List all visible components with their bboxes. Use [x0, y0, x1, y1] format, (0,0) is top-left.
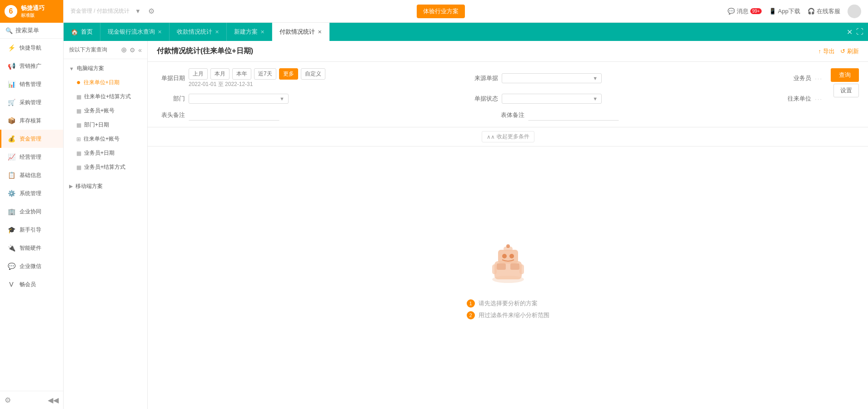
app-download-item[interactable]: 📱 App下载 — [769, 7, 800, 15]
collapse-conditions-button[interactable]: ∧∧ 收起更多条件 — [482, 131, 534, 142]
refresh-button[interactable]: ↺ 刷新 — [840, 47, 859, 56]
status-select[interactable]: ▼ — [502, 94, 602, 104]
date-preset-7days[interactable]: 近7天 — [254, 68, 276, 80]
pc-schemes-header[interactable]: ▼ 电脑端方案 — [64, 62, 147, 75]
sidebar-collapse-icon[interactable]: ◀◀ — [48, 396, 59, 404]
service-icon: 🎧 — [808, 8, 815, 15]
page-header-actions: ↑ 导出 ↺ 刷新 — [818, 47, 859, 56]
search-menu-label: 搜索菜单 — [15, 26, 39, 35]
message-icon: 💬 — [728, 8, 735, 15]
tab-close-all-icon[interactable]: ✕ — [847, 28, 853, 36]
date-preset-custom[interactable]: 自定义 — [301, 68, 325, 80]
sidebar-item-system[interactable]: ⚙️ 系统管理 — [0, 184, 63, 202]
online-service-item[interactable]: 🎧 在线客服 — [808, 7, 840, 15]
scheme-item-partner-date[interactable]: ● 往来单位+日期 — [64, 75, 147, 90]
partner-filter-dots[interactable]: ··· — [815, 96, 823, 102]
panel-collapse-icon[interactable]: « — [138, 46, 142, 54]
sidebar-item-label: 采购管理 — [20, 99, 41, 106]
filter-row-3: 表头备注 表体备注 — [157, 109, 826, 121]
date-range-text: 2022-01-01 至 2022-12-31 — [189, 81, 325, 88]
tab-home[interactable]: 🏠 首页 — [64, 23, 100, 41]
salesman-filter-dots[interactable]: ··· — [815, 75, 823, 82]
partner-filter-control: ··· — [815, 96, 826, 102]
sidebar-item-capital[interactable]: 💰 资金管理 — [0, 130, 63, 148]
scheme-item-partner-account[interactable]: ⊞ 往来单位+账号 — [64, 132, 147, 146]
sidebar-item-base-info[interactable]: 📋 基础信息 — [0, 166, 63, 184]
empty-step-1: 1 请先选择要分析的方案 — [467, 299, 549, 308]
add-scheme-icon[interactable]: ⊕ — [121, 45, 127, 54]
tab-payment-stats-label: 付款情况统计 — [279, 28, 315, 36]
tab-receipt-stats-close[interactable]: ✕ — [215, 29, 219, 35]
tab-payment-stats-close[interactable]: ✕ — [318, 29, 322, 35]
svg-rect-4 — [492, 264, 497, 274]
dept-select[interactable]: ▼ — [189, 94, 289, 104]
scheme-item-salesman-date[interactable]: ▦ 业务员+日期 — [64, 146, 147, 160]
sidebar-item-purchase[interactable]: 🛒 采购管理 — [0, 93, 63, 111]
sidebar-item-sales[interactable]: 📊 销售管理 — [0, 75, 63, 93]
sidebar-item-label: 销售管理 — [20, 81, 41, 88]
tab-cash-flow[interactable]: 现金银行流水查询 ✕ — [100, 23, 170, 41]
source-select[interactable]: ▼ — [502, 73, 602, 83]
date-preset-this-month[interactable]: 本月 — [210, 68, 229, 80]
scheme-item-dept-date[interactable]: ▦ 部门+日期 — [64, 118, 147, 132]
sidebar-item-guide[interactable]: 🎓 新手引导 — [0, 221, 63, 239]
svg-rect-2 — [497, 263, 506, 270]
sidebar-item-marketing[interactable]: 📢 营销推广 — [0, 57, 63, 75]
mobile-schemes-header[interactable]: ▶ 移动端方案 — [64, 180, 147, 193]
status-filter-label: 单据状态 — [470, 95, 502, 103]
scheme-chart-icon: ⊞ — [76, 136, 81, 142]
date-preset-this-year[interactable]: 本年 — [232, 68, 251, 80]
left-panel-header: 按以下方案查询 ⊕ ⚙ « — [64, 41, 147, 59]
date-preset-last-month[interactable]: 上月 — [189, 68, 208, 80]
query-button[interactable]: 查询 — [831, 68, 859, 82]
export-button[interactable]: ↑ 导出 — [818, 47, 835, 56]
app-download-label: App下载 — [778, 7, 800, 15]
sidebar-item-operation[interactable]: 📈 经营管理 — [0, 148, 63, 166]
sidebar-item-hardware[interactable]: 🔌 智能硬件 — [0, 239, 63, 257]
refresh-label: 刷新 — [847, 47, 859, 56]
sidebar-item-label: 经营管理 — [20, 153, 41, 161]
date-preset-more[interactable]: 更多 — [279, 68, 298, 80]
source-filter-control: ▼ — [502, 73, 774, 83]
tab-payment-stats[interactable]: 付款情况统计 ✕ — [272, 23, 329, 41]
breadcrumb-dropdown-icon[interactable]: ▼ — [135, 8, 141, 15]
sidebar-item-inventory[interactable]: 📦 库存核算 — [0, 111, 63, 130]
sidebar-item-wechat[interactable]: 💬 企业微信 — [0, 257, 63, 275]
tab-new-scheme[interactable]: 新建方案 ✕ — [227, 23, 272, 41]
body-note-input[interactable] — [528, 109, 619, 121]
empty-state: 1 请先选择要分析的方案 2 用过滤条件来缩小分析范围 — [148, 146, 868, 409]
tab-maximize-icon[interactable]: ⛶ — [856, 28, 863, 36]
export-icon: ↑ — [818, 48, 822, 55]
collapse-bar: ∧∧ 收起更多条件 — [148, 127, 868, 146]
date-presets: 上月 本月 本年 近7天 更多 自定义 — [189, 68, 325, 80]
sidebar-item-member[interactable]: V 畅会员 — [0, 275, 63, 293]
date-filter-label: 单据日期 — [157, 74, 189, 82]
tab-cash-flow-close[interactable]: ✕ — [158, 29, 162, 35]
scheme-item-partner-settle[interactable]: ▦ 往来单位+结算方式 — [64, 90, 147, 104]
avatar[interactable] — [848, 5, 861, 18]
left-panel-actions: ⊕ ⚙ « — [121, 45, 142, 54]
settings-button[interactable]: 设置 — [833, 84, 859, 97]
trial-industry-button[interactable]: 体验行业方案 — [417, 5, 465, 18]
sidebar-settings-icon[interactable]: ⚙ — [5, 396, 11, 404]
top-settings-icon[interactable]: ⚙ — [148, 7, 155, 15]
messages-item[interactable]: 💬 消息 99+ — [728, 7, 762, 15]
scheme-item-salesman-settle[interactable]: ▦ 业务员+结算方式 — [64, 160, 147, 174]
sidebar-logo: 6 畅捷通巧 标准版 — [0, 0, 63, 23]
tab-receipt-stats[interactable]: 收款情况统计 ✕ — [170, 23, 227, 41]
scheme-settings-icon[interactable]: ⚙ — [130, 46, 135, 54]
date-filter-control: 上月 本月 本年 近7天 更多 自定义 2022-01-01 至 2022-12… — [189, 68, 461, 88]
sidebar-item-enterprise[interactable]: 🏢 企业协同 — [0, 202, 63, 221]
purchase-icon: 🛒 — [7, 98, 16, 107]
operation-icon: 📈 — [7, 152, 16, 162]
logo-main-text: 畅捷通巧 — [21, 4, 45, 12]
sidebar: 6 畅捷通巧 标准版 🔍 搜索菜单 ⚡ 快捷导航 📢 营销推广 📊 销售管理 🛒… — [0, 0, 64, 409]
head-note-input[interactable] — [189, 109, 279, 121]
sidebar-item-quick-nav[interactable]: ⚡ 快捷导航 — [0, 39, 63, 57]
scheme-item-salesman-account[interactable]: ▦ 业务员+账号 — [64, 104, 147, 118]
svg-point-10 — [506, 244, 510, 248]
tab-new-scheme-close[interactable]: ✕ — [260, 29, 264, 35]
filter-actions-col: 查询 设置 — [826, 68, 859, 121]
search-menu-item[interactable]: 🔍 搜索菜单 — [0, 23, 63, 39]
sidebar-item-label: 智能硬件 — [20, 244, 41, 252]
